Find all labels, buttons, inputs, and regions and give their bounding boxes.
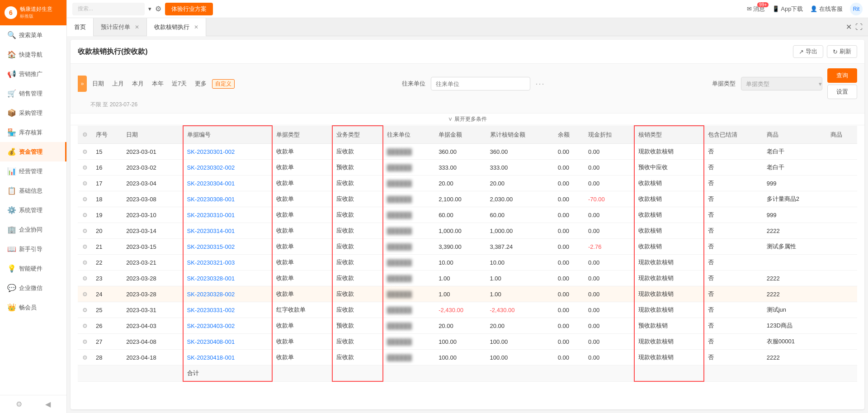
write-off-close-icon[interactable]: ✕ bbox=[194, 24, 198, 30]
sidebar-item-operations[interactable]: 📊 经营管理 bbox=[0, 161, 66, 181]
filter-expand-button[interactable]: » bbox=[78, 76, 87, 92]
solution-button[interactable]: 体验行业方案 bbox=[165, 3, 213, 15]
row-goods: 老白干 bbox=[763, 144, 827, 160]
sidebar-item-member[interactable]: 👑 畅会员 bbox=[0, 298, 66, 317]
doc-no-link[interactable]: SK-20230328-001 bbox=[187, 275, 235, 282]
type-filter-select[interactable]: 单据类型 bbox=[741, 77, 822, 90]
row-goods2 bbox=[827, 191, 857, 207]
date-btn-this-month[interactable]: 本月 bbox=[129, 79, 146, 89]
row-gear[interactable]: ⚙ bbox=[78, 271, 92, 286]
row-amount: 1,000.00 bbox=[435, 223, 486, 239]
sidebar-item-corp-wx[interactable]: 💬 企业微信 bbox=[0, 278, 66, 298]
row-accum-writeoff: 333.00 bbox=[486, 160, 554, 176]
doc-no-link[interactable]: SK-20230403-002 bbox=[187, 323, 235, 329]
message-area[interactable]: ✉ 消息 99+ bbox=[747, 5, 765, 13]
sidebar-item-guide[interactable]: 📖 新手引导 bbox=[0, 239, 66, 259]
sidebar-item-finance[interactable]: 💰 资金管理 bbox=[0, 142, 66, 161]
app-download-area[interactable]: 📱 App下载 bbox=[772, 5, 803, 13]
row-seq: 28 bbox=[92, 350, 123, 366]
page-title: 收款核销执行(按收款) bbox=[78, 47, 148, 57]
tabbar-right: ✕ ⛶ bbox=[846, 23, 868, 31]
sidebar-item-purchase[interactable]: 📦 采购管理 bbox=[0, 103, 66, 123]
export-button[interactable]: ↗ 导出 bbox=[793, 45, 823, 58]
doc-no-link[interactable]: SK-20230328-002 bbox=[187, 291, 235, 298]
row-gear[interactable]: ⚙ bbox=[78, 191, 92, 207]
row-gear[interactable]: ⚙ bbox=[78, 160, 92, 176]
sidebar-settings-icon[interactable]: ⚙ bbox=[16, 400, 22, 408]
doc-no-link[interactable]: SK-20230315-002 bbox=[187, 243, 235, 250]
settings-gear-icon[interactable]: ⚙ bbox=[155, 5, 161, 13]
row-gear[interactable]: ⚙ bbox=[78, 334, 92, 350]
row-gear[interactable]: ⚙ bbox=[78, 223, 92, 239]
row-gear[interactable]: ⚙ bbox=[78, 144, 92, 160]
tab-home[interactable]: 首页 bbox=[67, 18, 94, 36]
setting-button[interactable]: 设置 bbox=[827, 85, 857, 99]
user-avatar[interactable]: Rit bbox=[850, 3, 863, 15]
tab-fullscreen-icon[interactable]: ⛶ bbox=[855, 23, 863, 31]
doc-no-link[interactable]: SK-20230302-002 bbox=[187, 164, 235, 171]
sidebar-nav: 🔍 搜索菜单 🏠 快捷导航 📢 营销推广 🛒 销售管理 📦 采购管理 🏪 库存核… bbox=[0, 25, 66, 395]
phone-icon: 📱 bbox=[772, 5, 779, 12]
row-doc-type: 收款单 bbox=[272, 207, 332, 223]
sidebar-item-basic-info[interactable]: 📋 基础信息 bbox=[0, 181, 66, 200]
row-gear[interactable]: ⚙ bbox=[78, 318, 92, 334]
row-unit: ██████ bbox=[383, 334, 435, 350]
date-btn-last-month[interactable]: 上月 bbox=[109, 79, 127, 89]
online-service-area[interactable]: 👤 在线客服 bbox=[810, 5, 843, 13]
tab-pre-receivable[interactable]: 预计应付单 ✕ bbox=[94, 18, 147, 36]
doc-no-link[interactable]: SK-20230308-001 bbox=[187, 196, 235, 203]
sidebar-label-marketing: 营销推广 bbox=[19, 70, 42, 78]
date-btn-this-year[interactable]: 本年 bbox=[149, 79, 166, 89]
filter-expand-more[interactable]: ∨ 展开更多条件 bbox=[71, 114, 864, 125]
doc-no-link[interactable]: SK-20230301-002 bbox=[187, 148, 235, 155]
unit-filter-dots[interactable]: ··· bbox=[536, 79, 545, 89]
doc-no-link[interactable]: SK-20230331-002 bbox=[187, 307, 235, 313]
tab-write-off[interactable]: 收款核销执行 ✕ bbox=[147, 18, 206, 36]
row-seq: 15 bbox=[92, 144, 123, 160]
table-row: ⚙ 24 2023-03-28 SK-20230328-002 收款单 应收款 … bbox=[78, 286, 857, 302]
topbar-dropdown[interactable]: ▾ bbox=[148, 5, 151, 12]
pre-receivable-close-icon[interactable]: ✕ bbox=[135, 24, 139, 30]
table-row: ⚙ 23 2023-03-28 SK-20230328-001 收款单 应收款 … bbox=[78, 271, 857, 286]
th-date: 日期 bbox=[123, 126, 183, 144]
date-custom-button[interactable]: 自定义 bbox=[212, 79, 235, 89]
sidebar-item-marketing[interactable]: 📢 营销推广 bbox=[0, 64, 66, 84]
sidebar-item-system[interactable]: ⚙️ 系统管理 bbox=[0, 200, 66, 220]
doc-no-link[interactable]: SK-20230321-003 bbox=[187, 259, 235, 266]
sidebar-item-quick-nav[interactable]: 🏠 快捷导航 bbox=[0, 45, 66, 64]
tab-close-all-icon[interactable]: ✕ bbox=[846, 23, 852, 31]
th-gear[interactable]: ⚙ bbox=[78, 126, 92, 144]
date-btn-7days[interactable]: 近7天 bbox=[169, 79, 189, 89]
row-accum-writeoff: 1.00 bbox=[486, 271, 554, 286]
sidebar-item-corp-collab[interactable]: 🏢 企业协同 bbox=[0, 220, 66, 239]
table-container[interactable]: ⚙ 序号 日期 单据编号 单据类型 业务类型 往来单位 单据金额 累计核销金额 … bbox=[71, 125, 864, 409]
row-seq: 26 bbox=[92, 318, 123, 334]
sidebar-item-smart-hw[interactable]: 💡 智能硬件 bbox=[0, 259, 66, 278]
table-row: ⚙ 19 2023-03-10 SK-20230310-001 收款单 应收款 … bbox=[78, 207, 857, 223]
doc-no-link[interactable]: SK-20230418-001 bbox=[187, 354, 235, 361]
refresh-button[interactable]: ↻ 刷新 bbox=[827, 45, 857, 58]
row-amount: 1.00 bbox=[435, 271, 486, 286]
date-btn-more[interactable]: 更多 bbox=[192, 79, 209, 89]
row-gear[interactable]: ⚙ bbox=[78, 350, 92, 366]
row-amount: 60.00 bbox=[435, 207, 486, 223]
row-include-settled: 否 bbox=[704, 191, 763, 207]
doc-no-link[interactable]: SK-20230304-001 bbox=[187, 180, 235, 187]
topbar-search[interactable]: 搜索... bbox=[72, 3, 145, 15]
row-gear[interactable]: ⚙ bbox=[78, 207, 92, 223]
doc-no-link[interactable]: SK-20230310-001 bbox=[187, 212, 235, 218]
unit-filter-input[interactable] bbox=[431, 77, 530, 90]
sidebar-item-search-menu[interactable]: 🔍 搜索菜单 bbox=[0, 25, 66, 45]
doc-no-link[interactable]: SK-20230408-001 bbox=[187, 338, 235, 345]
row-gear[interactable]: ⚙ bbox=[78, 302, 92, 318]
row-gear[interactable]: ⚙ bbox=[78, 286, 92, 302]
row-gear[interactable]: ⚙ bbox=[78, 255, 92, 271]
row-gear[interactable]: ⚙ bbox=[78, 239, 92, 255]
sidebar-item-inventory[interactable]: 🏪 库存核算 bbox=[0, 123, 66, 142]
row-date: 2023-03-14 bbox=[123, 223, 183, 239]
row-gear[interactable]: ⚙ bbox=[78, 176, 92, 191]
sidebar-collapse-icon[interactable]: ◀ bbox=[45, 400, 51, 408]
query-button[interactable]: 查询 bbox=[827, 68, 857, 83]
doc-no-link[interactable]: SK-20230314-001 bbox=[187, 228, 235, 234]
sidebar-item-sales[interactable]: 🛒 销售管理 bbox=[0, 84, 66, 103]
